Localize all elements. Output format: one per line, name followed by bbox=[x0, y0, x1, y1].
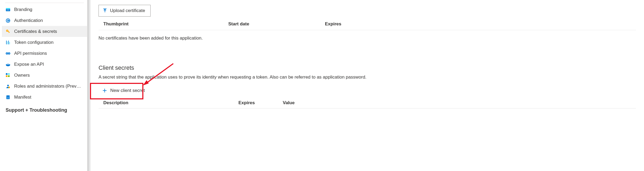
svg-rect-22 bbox=[8, 75, 10, 77]
svg-rect-19 bbox=[6, 73, 7, 75]
expose-api-icon bbox=[6, 62, 10, 67]
sidebar-item-label: Token configuration bbox=[14, 40, 53, 45]
svg-point-24 bbox=[8, 87, 10, 88]
sidebar-item-label: API permissions bbox=[14, 51, 47, 56]
sidebar-item-expose-api[interactable]: Expose an API bbox=[2, 59, 87, 70]
pane-divider bbox=[87, 0, 91, 171]
column-value: Value bbox=[283, 100, 636, 106]
column-expires: Expires bbox=[325, 21, 636, 27]
sidebar-item-owners[interactable]: Owners bbox=[2, 70, 87, 81]
column-start-date: Start date bbox=[228, 21, 325, 27]
owners-icon bbox=[6, 73, 10, 78]
svg-rect-21 bbox=[6, 75, 7, 77]
upload-icon bbox=[103, 8, 107, 13]
sidebar-item-branding[interactable]: www Branding bbox=[2, 4, 87, 15]
certificates-table-header: Thumbprint Start date Expires bbox=[99, 18, 636, 30]
sidebar-item-token-configuration[interactable]: Token configuration bbox=[2, 37, 87, 48]
sidebar-item-api-permissions[interactable]: API permissions bbox=[2, 48, 87, 59]
svg-rect-11 bbox=[8, 41, 9, 44]
svg-text:{}: {} bbox=[7, 96, 9, 99]
column-thumbprint: Thumbprint bbox=[99, 21, 228, 27]
column-secret-expires: Expires bbox=[238, 100, 283, 106]
new-client-secret-button[interactable]: New client secret bbox=[101, 86, 147, 95]
client-secrets-heading: Client secrets bbox=[99, 64, 636, 71]
token-config-icon bbox=[6, 40, 10, 45]
column-description: Description bbox=[99, 100, 238, 106]
plus-icon bbox=[102, 88, 107, 93]
svg-rect-10 bbox=[7, 41, 8, 44]
upload-certificate-label: Upload certificate bbox=[110, 8, 145, 13]
svg-rect-9 bbox=[6, 41, 7, 44]
sidebar-item-roles-administrators[interactable]: Roles and administrators (Prev… bbox=[2, 81, 87, 92]
sidebar-item-label: Expose an API bbox=[14, 62, 44, 67]
svg-point-17 bbox=[7, 64, 8, 65]
svg-point-16 bbox=[6, 64, 10, 66]
sidebar-divider bbox=[5, 3, 84, 3]
new-client-secret-label: New client secret bbox=[110, 88, 145, 93]
sidebar: www Branding Authentication Certificates… bbox=[2, 0, 87, 171]
client-secrets-description: A secret string that the application use… bbox=[99, 75, 636, 80]
main-content: Upload certificate Thumbprint Start date… bbox=[91, 0, 644, 171]
secrets-table-header: Description Expires Value bbox=[99, 98, 636, 108]
svg-rect-20 bbox=[8, 73, 10, 75]
sidebar-section-support: Support + Troubleshooting bbox=[2, 103, 87, 115]
roles-admin-icon bbox=[6, 84, 10, 89]
sidebar-item-label: Roles and administrators (Prev… bbox=[14, 84, 81, 89]
authentication-icon bbox=[6, 18, 10, 23]
svg-point-6 bbox=[7, 30, 8, 31]
sidebar-item-label: Manifest bbox=[14, 95, 31, 100]
sidebar-item-label: Authentication bbox=[14, 18, 43, 23]
svg-point-18 bbox=[8, 64, 9, 65]
sidebar-item-manifest[interactable]: {} Manifest bbox=[2, 92, 87, 103]
sidebar-item-label: Branding bbox=[14, 7, 32, 12]
sidebar-item-authentication[interactable]: Authentication bbox=[2, 15, 87, 26]
branding-icon: www bbox=[6, 7, 10, 12]
key-icon bbox=[6, 29, 10, 34]
api-permissions-icon bbox=[6, 51, 10, 56]
svg-marker-32 bbox=[143, 80, 149, 86]
svg-text:www: www bbox=[7, 9, 10, 11]
no-certificates-message: No certificates have been added for this… bbox=[99, 30, 636, 52]
svg-point-23 bbox=[7, 85, 9, 86]
sidebar-item-label: Owners bbox=[14, 73, 30, 78]
sidebar-item-certificates-secrets[interactable]: Certificates & secrets bbox=[2, 26, 87, 37]
svg-rect-12 bbox=[9, 42, 10, 44]
sidebar-item-label: Certificates & secrets bbox=[14, 29, 57, 34]
manifest-icon: {} bbox=[6, 95, 10, 100]
upload-certificate-button[interactable]: Upload certificate bbox=[99, 5, 151, 17]
